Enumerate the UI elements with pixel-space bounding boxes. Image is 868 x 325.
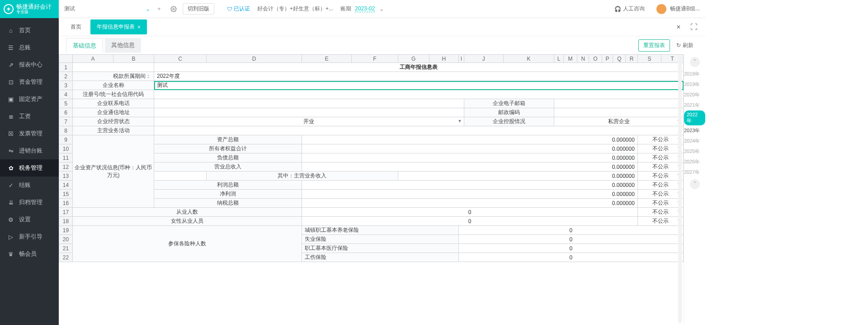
- cell-value[interactable]: 0.000000: [302, 190, 638, 199]
- row-number[interactable]: 10: [59, 144, 73, 153]
- status-select[interactable]: 开业: [154, 117, 464, 126]
- cell-input[interactable]: [154, 126, 684, 135]
- subtab-other[interactable]: 其他信息: [105, 38, 141, 53]
- row-number[interactable]: 15: [59, 190, 73, 199]
- year-scroll-down[interactable]: ˅: [690, 179, 700, 189]
- reset-report-button[interactable]: 重置报表: [638, 39, 670, 52]
- col-header[interactable]: I: [458, 55, 464, 63]
- col-header[interactable]: O: [589, 55, 602, 63]
- publish-select[interactable]: 不公示: [637, 162, 683, 172]
- row-number[interactable]: 6: [59, 108, 73, 117]
- row-number[interactable]: 3: [59, 81, 73, 90]
- tab-close-icon[interactable]: ×: [137, 24, 141, 30]
- cell-input[interactable]: [154, 99, 464, 108]
- col-header[interactable]: B: [113, 55, 154, 63]
- col-header[interactable]: N: [577, 55, 589, 63]
- cell-value[interactable]: 0.000000: [302, 144, 638, 153]
- cell-value[interactable]: 0.000000: [302, 135, 638, 144]
- publish-select[interactable]: 不公示: [637, 144, 683, 153]
- cell-value[interactable]: 0: [302, 208, 638, 217]
- year-item[interactable]: 2018年: [684, 69, 705, 79]
- sidebar-item-tax[interactable]: ✿税务管理: [0, 159, 59, 177]
- add-button[interactable]: ＋: [154, 4, 165, 14]
- year-item[interactable]: 2025年: [684, 146, 705, 157]
- support-link[interactable]: 🎧 人工咨询: [614, 5, 645, 13]
- settings-icon-button[interactable]: [168, 4, 179, 14]
- col-header[interactable]: A: [73, 55, 113, 63]
- row-number[interactable]: 21: [59, 244, 73, 253]
- row-number[interactable]: 13: [59, 172, 73, 181]
- col-header[interactable]: D: [207, 55, 302, 63]
- col-header[interactable]: [59, 55, 73, 63]
- year-item[interactable]: 2021年: [684, 100, 705, 110]
- sidebar-item-salary[interactable]: ≣工资: [0, 108, 59, 125]
- sidebar-item-invoice[interactable]: ☒发票管理: [0, 125, 59, 142]
- year-scroll-up[interactable]: ˄: [690, 57, 700, 67]
- row-number[interactable]: 12: [59, 162, 73, 172]
- row-number[interactable]: 1: [59, 63, 73, 72]
- sidebar-item-money[interactable]: ⊡资金管理: [0, 73, 59, 91]
- row-number[interactable]: 22: [59, 253, 73, 262]
- subtab-basic[interactable]: 基础信息: [66, 38, 103, 53]
- publish-select[interactable]: 不公示: [637, 153, 683, 162]
- avatar[interactable]: [656, 4, 666, 14]
- col-header[interactable]: C: [154, 55, 207, 63]
- sidebar-item-gear[interactable]: ⚙设置: [0, 211, 59, 228]
- row-number[interactable]: 16: [59, 199, 73, 208]
- spreadsheet[interactable]: ABCDEFGHIJKLMNOPQRST1工商年报信息表2税款所属期间：2022…: [59, 54, 684, 325]
- cell-value[interactable]: 0.000000: [302, 162, 638, 172]
- switch-old-button[interactable]: 切到旧版: [183, 3, 214, 14]
- period-value[interactable]: 2023-02: [355, 5, 375, 12]
- col-header[interactable]: R: [626, 55, 637, 63]
- row-number[interactable]: 18: [59, 217, 73, 226]
- cell-input[interactable]: [154, 90, 684, 99]
- row-number[interactable]: 19: [59, 226, 73, 235]
- publish-select[interactable]: 不公示: [637, 190, 683, 199]
- period-dropdown-icon[interactable]: ⌄: [379, 6, 384, 12]
- company-name-cell[interactable]: 测试: [154, 81, 684, 90]
- sidebar-item-ledger[interactable]: ☰总账: [0, 39, 59, 56]
- col-header[interactable]: M: [564, 55, 577, 63]
- row-number[interactable]: 9: [59, 135, 73, 144]
- cell-value[interactable]: 0.000000: [398, 172, 637, 181]
- year-item[interactable]: 2019年: [684, 79, 705, 90]
- row-number[interactable]: 7: [59, 117, 73, 126]
- publish-select[interactable]: 不公示: [637, 208, 683, 217]
- row-number[interactable]: 8: [59, 126, 73, 135]
- tab-home[interactable]: 首页: [64, 19, 88, 34]
- cell-input[interactable]: [554, 99, 684, 108]
- col-header[interactable]: F: [352, 55, 398, 63]
- col-header[interactable]: L: [554, 55, 564, 63]
- col-header[interactable]: S: [637, 55, 661, 63]
- col-header[interactable]: J: [464, 55, 503, 63]
- sidebar-item-home[interactable]: ⌂首页: [0, 22, 59, 39]
- publish-select[interactable]: 不公示: [637, 172, 683, 181]
- cell-value[interactable]: 0.000000: [302, 199, 638, 208]
- year-item[interactable]: 2027年: [684, 167, 705, 177]
- close-all-tabs-button[interactable]: ×: [673, 21, 684, 33]
- refresh-button[interactable]: ↻ 刷新: [672, 40, 698, 51]
- sidebar-item-guide[interactable]: ▷新手引导: [0, 228, 59, 245]
- year-item[interactable]: 2024年: [684, 136, 705, 146]
- col-header[interactable]: P: [602, 55, 613, 63]
- cell-value[interactable]: 0: [302, 217, 638, 226]
- cell-input[interactable]: [154, 108, 464, 117]
- col-header[interactable]: G: [398, 55, 429, 63]
- row-number[interactable]: 5: [59, 99, 73, 108]
- row-number[interactable]: 20: [59, 235, 73, 244]
- cell-value[interactable]: 0.000000: [302, 181, 638, 190]
- cell-value[interactable]: 0: [458, 235, 683, 244]
- year-item[interactable]: 2022年: [684, 110, 705, 125]
- sidebar-item-chart[interactable]: ⇗报表中心: [0, 56, 59, 73]
- sidebar-item-asset[interactable]: ▣固定资产: [0, 91, 59, 108]
- year-item[interactable]: 2020年: [684, 90, 705, 100]
- row-number[interactable]: 11: [59, 153, 73, 162]
- fullscreen-button[interactable]: ⛶: [688, 21, 700, 33]
- publish-select[interactable]: 不公示: [637, 217, 683, 226]
- col-header[interactable]: E: [302, 55, 352, 63]
- cell-value[interactable]: 0: [458, 253, 683, 262]
- cell-input[interactable]: [554, 108, 684, 117]
- row-number[interactable]: 4: [59, 90, 73, 99]
- col-header[interactable]: K: [503, 55, 554, 63]
- col-header[interactable]: Q: [613, 55, 626, 63]
